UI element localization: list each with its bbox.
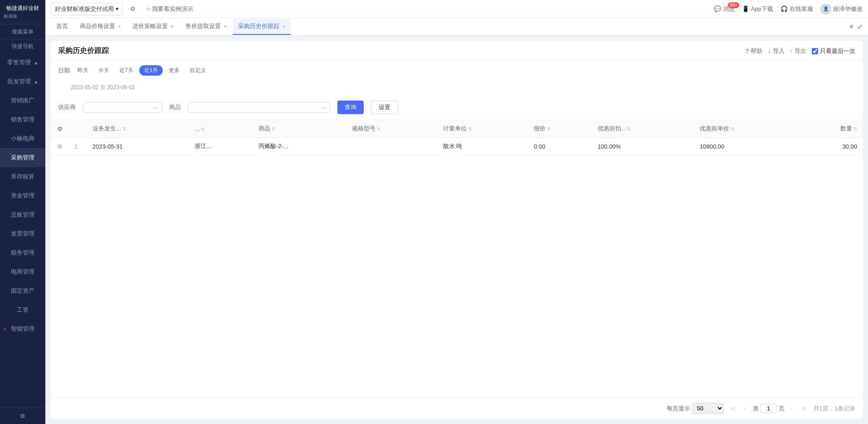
col-product[interactable]: 商品⇅ <box>253 120 347 138</box>
sidebar-item-invoice[interactable]: 发票管理 <box>0 224 45 243</box>
date-btn-last7[interactable]: 近7天 <box>115 65 137 76</box>
tab-purchase-strategy-close[interactable]: × <box>171 24 173 29</box>
page-size-selector: 每页显示 10 20 50 100 <box>667 403 724 414</box>
tab-purchase-strategy[interactable]: 进价策略设置 × <box>127 19 179 35</box>
tab-purchase-strategy-label: 进价策略设置 <box>132 22 168 30</box>
tab-price-close[interactable]: × <box>118 24 121 29</box>
message-button[interactable]: 💬 消息 99+ <box>714 5 735 13</box>
sidebar-item-marketing[interactable]: 营销推广 <box>0 91 45 110</box>
sidebar-item-ledger[interactable]: 总账管理 <box>0 205 45 224</box>
sidebar-item-smart[interactable]: 智能管理 <box>0 319 45 338</box>
sidebar-item-purchase[interactable]: 采购管理 <box>0 148 45 167</box>
search-menu[interactable]: 搜索菜单 <box>0 24 45 40</box>
sidebar-settings[interactable]: ⚙ <box>0 408 45 424</box>
col-prediscount[interactable]: 优惠前单价⇅ <box>694 120 799 138</box>
date-btn-today[interactable]: 今天 <box>94 65 113 76</box>
page-first-button[interactable]: ⊲ <box>727 403 738 414</box>
row-product-cell: 丙烯酸-2-... <box>253 138 347 155</box>
page-last-button[interactable]: ⊳ <box>799 403 810 414</box>
product-selector[interactable]: 好业财标准版交付试用 ▾ <box>51 3 123 15</box>
app-edition: 标准版 <box>4 13 42 19</box>
export-button[interactable]: ↑ 导出 <box>790 47 807 55</box>
only-last-checkbox-label: 只看最后一次 <box>812 47 855 55</box>
supplier-input[interactable] <box>87 104 151 111</box>
tab-sale-extract-close[interactable]: × <box>224 24 226 29</box>
product-selector-label: 好业财标准版交付试用 <box>55 5 114 13</box>
tab-sale-extract-label: 售价提取设置 <box>185 22 221 30</box>
sidebar-item-xiaochang[interactable]: 小畅电商 <box>0 129 45 148</box>
col-spec[interactable]: 规格型号⇅ <box>346 120 437 138</box>
import-button[interactable]: ↓ 导入 <box>768 47 785 55</box>
quick-nav[interactable]: 快捷导航 <box>0 40 45 53</box>
col-date[interactable]: 业务发生...⇅ <box>87 120 189 138</box>
page-total: 共1页，1条记录 <box>814 405 855 413</box>
tab-history-price-close[interactable]: × <box>282 24 285 29</box>
tab-expand-icon[interactable]: ⤢ <box>857 23 863 30</box>
sidebar-item-payroll[interactable]: 工资 <box>0 300 45 319</box>
tab-price[interactable]: 商品价格设置 × <box>74 19 126 35</box>
tab-sale-extract[interactable]: 售价提取设置 × <box>180 19 232 35</box>
col-quantity[interactable]: 数量⇅ <box>799 120 863 138</box>
user-avatar: 👤 <box>820 4 831 14</box>
row-discount-cell: 100.00% <box>592 138 694 155</box>
only-last-checkbox[interactable] <box>812 48 818 54</box>
sidebar-item-wholesale[interactable]: 批发管理 ▲ <box>0 72 45 91</box>
page-prev-button[interactable]: ‹ <box>740 403 751 414</box>
sidebar-item-retail[interactable]: 零售管理 ▲ <box>0 53 45 72</box>
sidebar-item-finance[interactable]: 资金管理 <box>0 186 45 205</box>
date-btn-custom[interactable]: 自定义 <box>185 65 210 76</box>
help-button[interactable]: ? 帮助 <box>746 47 762 55</box>
date-btn-last1m[interactable]: 近1月 <box>139 65 163 76</box>
row-gear-icon[interactable]: ⚙ <box>57 143 63 150</box>
date-buttons: 昨天 今天 近7天 近1月 更多 自定义 <box>73 65 210 76</box>
col-unit[interactable]: 计量单位⇅ <box>438 120 528 138</box>
query-button[interactable]: 查询 <box>337 101 364 114</box>
import-label: 导入 <box>773 47 785 55</box>
per-page-select[interactable]: 10 20 50 100 <box>692 403 724 414</box>
user-button[interactable]: 👤 徐泽华修改 <box>820 4 863 14</box>
table-header-row: ⚙ 业务发生...⇅ ...⇅ 商品⇅ 规格型号⇅ 计量单位⇅ 报价⇅ 优惠折扣… <box>51 120 863 138</box>
data-table-wrap: ⚙ 业务发生...⇅ ...⇅ 商品⇅ 规格型号⇅ 计量单位⇅ 报价⇅ 优惠折扣… <box>51 120 863 398</box>
row-spec-cell <box>346 138 437 155</box>
sidebar: 畅捷通好业财 标准版 搜索菜单 快捷导航 零售管理 ▲ 批发管理 ▲ 营销推广 … <box>0 0 45 424</box>
tab-home[interactable]: 首页 <box>51 19 73 35</box>
filter-setting-button[interactable]: 设置 <box>371 101 398 114</box>
date-btn-yesterday[interactable]: 昨天 <box>73 65 93 76</box>
date-btn-more[interactable]: 更多 <box>165 65 184 76</box>
page-number-input[interactable] <box>761 404 777 413</box>
filter-second-row: 供应商 ··· 商品 ··· 查询 设置 <box>58 99 855 114</box>
tab-close-all-icon[interactable]: × <box>849 23 853 31</box>
topbar-settings-button[interactable]: ⚙ <box>127 3 139 15</box>
sidebar-nav-list: 零售管理 ▲ 批发管理 ▲ 营销推广 销售管理 小畅电商 采购管理 库存核算 资… <box>0 53 45 408</box>
col-discount[interactable]: 优惠折扣...⇅ <box>592 120 694 138</box>
user-name: 徐泽华修改 <box>833 5 863 13</box>
gear-header-icon[interactable]: ⚙ <box>57 125 63 132</box>
export-icon: ↑ <box>790 48 793 54</box>
headset-icon: 🎧 <box>780 5 788 12</box>
content-card: 采购历史价跟踪 ? 帮助 ↓ 导入 ↑ 导出 <box>51 41 863 419</box>
product-label: 商品 <box>169 103 181 111</box>
page-title: 采购历史价跟踪 <box>58 46 109 56</box>
product-dots-button[interactable]: ··· <box>321 104 327 111</box>
service-button[interactable]: 🎧 在线客服 <box>780 5 813 13</box>
help-icon: ? <box>746 48 749 54</box>
tab-bar: 首页 商品价格设置 × 进价策略设置 × 售价提取设置 × 采购历史价跟踪 × … <box>45 18 868 35</box>
sidebar-item-tax[interactable]: 税务管理 <box>0 243 45 262</box>
page-next-button[interactable]: › <box>786 403 797 414</box>
tab-history-price[interactable]: 采购历史价跟踪 × <box>233 19 290 35</box>
row-prediscount-cell: 10900.00 <box>694 138 799 155</box>
main-area: 好业财标准版交付试用 ▾ ⚙ ○ 我要看实例演示 💬 消息 99+ 📱 App下… <box>45 0 868 424</box>
export-label: 导出 <box>795 47 806 55</box>
message-badge: 99+ <box>728 2 739 8</box>
sidebar-item-inventory[interactable]: 库存核算 <box>0 167 45 186</box>
app-name: 畅捷通好业财 <box>4 5 42 12</box>
product-input[interactable] <box>192 104 319 111</box>
demo-link[interactable]: ○ 我要看实例演示 <box>146 5 193 13</box>
sidebar-item-assets[interactable]: 固定资产 <box>0 281 45 300</box>
sidebar-item-ecom[interactable]: 电商管理 <box>0 262 45 281</box>
sidebar-item-sales[interactable]: 销售管理 <box>0 110 45 129</box>
col-extra[interactable]: ...⇅ <box>189 120 253 138</box>
supplier-dots-button[interactable]: ··· <box>152 104 158 111</box>
app-download-button[interactable]: 📱 App下载 <box>742 5 773 13</box>
col-quote[interactable]: 报价⇅ <box>528 120 592 138</box>
